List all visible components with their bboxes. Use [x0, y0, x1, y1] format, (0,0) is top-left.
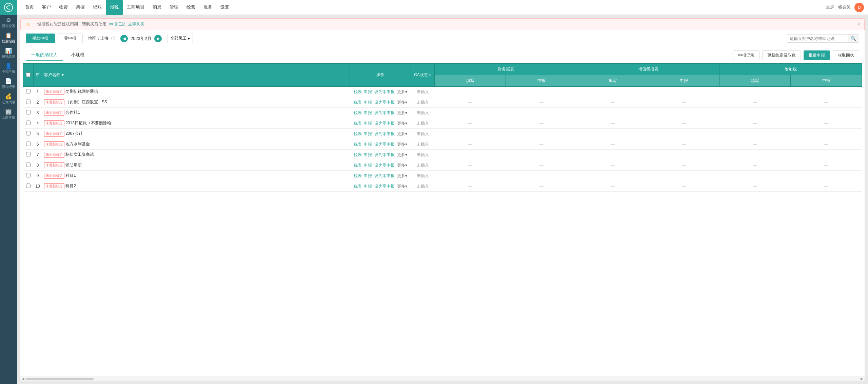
op-tax-table[interactable]: 税表 [354, 121, 362, 126]
row-checkbox[interactable] [26, 163, 31, 167]
op-apply[interactable]: 申报 [364, 152, 372, 157]
op-tax-table[interactable]: 税表 [354, 110, 362, 115]
nav-accounting[interactable]: 记账 [89, 0, 106, 15]
op-more[interactable]: 更多▾ [397, 152, 407, 157]
row-checkbox[interactable] [26, 173, 31, 177]
row-addtax-apply: — [791, 181, 862, 192]
op-apply[interactable]: 申报 [364, 121, 372, 126]
sidebar-item-batch-tax[interactable]: 📋 批量报税 [0, 30, 17, 45]
tab-small-scale[interactable]: 小规模 [66, 50, 90, 61]
tab-general-taxpayer[interactable]: 一般的纳税人 [26, 50, 63, 61]
batch-tax-icon: 📋 [5, 33, 12, 38]
banner-close-btn[interactable]: × [857, 22, 860, 27]
nav-operation[interactable]: 经营 [182, 0, 199, 15]
search-input[interactable] [787, 35, 848, 42]
row-ca-status: 未插入 [411, 160, 435, 171]
search-button[interactable]: 🔍 [848, 35, 859, 42]
op-zero-apply[interactable]: 设为零申报 [374, 142, 395, 147]
op-zero-apply[interactable]: 设为零申报 [374, 184, 395, 189]
row-checkbox[interactable] [26, 100, 31, 104]
op-more[interactable]: 更多▾ [397, 173, 407, 178]
op-tax-table[interactable]: 税表 [354, 131, 362, 136]
row-no: 6 [34, 139, 42, 150]
op-apply[interactable]: 申报 [364, 163, 372, 168]
row-checkbox[interactable] [26, 142, 31, 146]
sidebar-item-tax-overview[interactable]: 📊 报税总览 [0, 45, 17, 61]
row-addtax-apply: — [791, 129, 862, 139]
sidebar-item-tax-record[interactable]: 📄 报税记录 [0, 76, 17, 91]
banner-buy-link[interactable]: 立即购买 [128, 21, 144, 27]
op-more[interactable]: 更多▾ [397, 163, 407, 168]
op-more[interactable]: 更多▾ [397, 131, 407, 136]
op-more[interactable]: 更多▾ [397, 184, 407, 189]
op-tax-table[interactable]: 税表 [354, 152, 362, 157]
member-btn[interactable]: 畅会员 [838, 4, 850, 10]
period-prev-btn[interactable]: ◀ [120, 35, 128, 42]
nav-invoice[interactable]: 票据 [72, 0, 89, 15]
fullscreen-btn[interactable]: 全屏 [826, 4, 834, 10]
op-apply[interactable]: 申报 [364, 89, 372, 94]
row-checkbox[interactable] [26, 121, 31, 125]
update-btn[interactable]: 更新统定及取数 [762, 50, 801, 60]
nav-client[interactable]: 客户 [38, 0, 55, 15]
employee-dropdown[interactable]: 全部员工 ▾ [167, 34, 193, 43]
row-checkbox[interactable] [26, 152, 31, 156]
horizontal-scrollbar[interactable]: ◀ ▶ [20, 377, 865, 381]
withdraw-btn[interactable]: 收取回执 [833, 50, 859, 60]
sidebar-item-personal-tax[interactable]: 👤 个税申报 [0, 61, 17, 76]
sidebar-item-tax-settings[interactable]: ⚙ 报税设置 [0, 15, 17, 30]
row-checkbox[interactable] [26, 184, 31, 188]
op-tax-table[interactable]: 税表 [354, 100, 362, 105]
op-zero-apply[interactable]: 设为零申报 [374, 89, 395, 94]
op-zero-apply[interactable]: 设为零申报 [374, 121, 395, 126]
nav-settings[interactable]: 设置 [216, 0, 233, 15]
op-zero-apply[interactable]: 设为零申报 [374, 110, 395, 115]
op-tax-table[interactable]: 税表 [354, 184, 362, 189]
tag-unset: 未更新核定 [44, 152, 64, 158]
row-operations: 税表 申报 设为零申报 更多▾ [350, 139, 411, 150]
nav-billing[interactable]: 收费 [55, 0, 72, 15]
batch-apply-btn[interactable]: 批量申报 [804, 50, 830, 60]
nav-tax[interactable]: 报税 [106, 0, 123, 15]
op-zero-apply[interactable]: 设为零申报 [374, 173, 395, 178]
nav-home[interactable]: 首页 [21, 0, 38, 15]
period-next-btn[interactable]: ▶ [154, 35, 162, 42]
op-apply[interactable]: 申报 [364, 110, 372, 115]
op-apply[interactable]: 申报 [364, 173, 372, 178]
op-more[interactable]: 更多▾ [397, 110, 407, 115]
op-tax-table[interactable]: 税表 [354, 173, 362, 178]
banner-apply-summary-link[interactable]: 申报汇总 [109, 21, 125, 27]
select-all-checkbox[interactable] [26, 72, 31, 77]
scroll-bar-thumb[interactable] [26, 378, 94, 380]
op-zero-apply[interactable]: 设为零申报 [374, 163, 395, 168]
sidebar-item-annual-clearance[interactable]: 💰 汇算清缴 [0, 91, 17, 106]
op-more[interactable]: 更多▾ [397, 121, 407, 126]
op-apply[interactable]: 申报 [364, 184, 372, 189]
op-apply[interactable]: 申报 [364, 131, 372, 136]
op-more[interactable]: 更多▾ [397, 100, 407, 105]
op-apply[interactable]: 申报 [364, 142, 372, 147]
nav-message[interactable]: 消息 [149, 0, 165, 15]
tab-tax-apply[interactable]: 税款申报 [26, 34, 55, 43]
nav-manage[interactable]: 管理 [165, 0, 182, 15]
op-tax-table[interactable]: 税表 [354, 89, 362, 94]
op-apply[interactable]: 申报 [364, 100, 372, 105]
op-zero-apply[interactable]: 设为零申报 [374, 131, 395, 136]
sidebar-item-business-annual[interactable]: 🏢 工商年报 [0, 106, 17, 122]
row-checkbox[interactable] [26, 89, 31, 93]
tab-zero-apply[interactable]: 零申报 [58, 34, 83, 43]
op-zero-apply[interactable]: 设为零申报 [374, 100, 395, 105]
row-checkbox[interactable] [26, 110, 31, 114]
user-avatar[interactable]: U [854, 3, 864, 12]
op-more[interactable]: 更多▾ [397, 89, 407, 94]
nav-service[interactable]: 服务 [199, 0, 216, 15]
nav-business[interactable]: 工商项目 [123, 0, 149, 15]
op-tax-table[interactable]: 税表 [354, 142, 362, 147]
op-zero-apply[interactable]: 设为零申报 [374, 152, 395, 157]
apply-record-btn[interactable]: 申报记录 [733, 50, 760, 60]
tag-unset: 未更新核定 [44, 120, 64, 126]
op-tax-table[interactable]: 税表 [354, 163, 362, 168]
tag-unset: 未更新核定 [44, 89, 64, 95]
op-more[interactable]: 更多▾ [397, 142, 407, 147]
row-checkbox[interactable] [26, 131, 31, 135]
